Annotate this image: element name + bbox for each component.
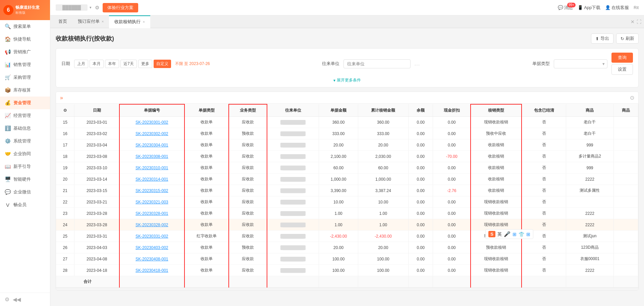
- cell-doc-no: SK-20230403-002: [119, 242, 184, 253]
- cell-verified: 3,387.24: [358, 185, 409, 196]
- col-header-include-settled: 包含已结清: [522, 104, 566, 117]
- doc-no-link[interactable]: SK-20230331-002: [136, 234, 168, 239]
- doc-no-link[interactable]: SK-20230403-002: [136, 245, 168, 250]
- user-info[interactable]: Rit: [634, 5, 639, 10]
- data-table: ⊙ 日期 单据编号 单据类型 业务类型 往来单位 单据金额 累计核销金额 余额 …: [56, 104, 638, 288]
- doc-no-link[interactable]: SK-20230418-001: [136, 268, 168, 273]
- query-button[interactable]: 查询: [611, 53, 633, 63]
- voucher-type-select[interactable]: [554, 59, 607, 68]
- filter-expand-button[interactable]: ▾ 展开更多条件: [333, 77, 361, 83]
- solution-button[interactable]: 体验行业方案: [103, 3, 138, 12]
- topbar-actions: 💬 消息 99+ 📱 App下载 👤 在线客服 Rit: [558, 5, 639, 11]
- table-scroll-container[interactable]: ⊙ 日期 单据编号 单据类型 业务类型 往来单位 单据金额 累计核销金额 余额 …: [56, 104, 638, 288]
- sidebar-icon-collab: 🤝: [5, 151, 11, 157]
- date-more[interactable]: 更多: [138, 60, 152, 68]
- sidebar-item-guide[interactable]: 📖新手引导: [0, 160, 50, 173]
- tab-prepay-close[interactable]: ×: [102, 19, 104, 23]
- doc-no-link[interactable]: SK-20230328-002: [136, 223, 168, 227]
- tab-home[interactable]: 首页: [53, 16, 72, 28]
- table-horizontal-scrollbar[interactable]: [56, 288, 638, 290]
- cell-include-settled: 否: [522, 265, 566, 276]
- doc-no-link[interactable]: SK-20230408-001: [136, 257, 168, 261]
- sidebar-item-marketing[interactable]: 📢营销推广: [0, 46, 50, 58]
- date-this-year[interactable]: 本年: [105, 60, 119, 68]
- page-title: 收款核销执行(按收款): [56, 35, 114, 43]
- sidebar-label-marketing: 营销推广: [13, 49, 31, 55]
- doc-no-link[interactable]: SK-20230328-001: [136, 211, 168, 216]
- filter-dots[interactable]: ...: [415, 61, 420, 66]
- settings-button[interactable]: 设置: [611, 64, 633, 75]
- collapse-icon[interactable]: ◀◀: [13, 296, 21, 303]
- table-toolbar: » ⊙: [56, 92, 638, 104]
- sidebar-item-search[interactable]: 🔍搜索菜单: [0, 20, 50, 33]
- sidebar-item-operations[interactable]: 📈经营管理: [0, 109, 50, 122]
- sidebar-item-hardware[interactable]: 🖥️智能硬件: [0, 173, 50, 186]
- refresh-button[interactable]: ↻ 刷新: [616, 34, 639, 44]
- tab-receipt[interactable]: 收款核销执行 ×: [109, 15, 150, 28]
- export-button[interactable]: ⬆ 导出: [591, 34, 613, 44]
- sidebar-label-finance: 资金管理: [13, 100, 31, 106]
- cell-goods2: [613, 208, 638, 219]
- date-last-month[interactable]: 上月: [74, 60, 88, 68]
- tab-receipt-close[interactable]: ×: [143, 20, 145, 24]
- cell-no: 15: [56, 117, 74, 128]
- settings-icon[interactable]: ⚙: [5, 296, 9, 303]
- sidebar-label-guide: 新手引导: [13, 164, 31, 170]
- sidebar-item-finance[interactable]: 💰资金管理: [0, 97, 50, 109]
- tab-prepay-label: 预订应付单: [78, 18, 100, 24]
- cell-counterparty: ████████: [267, 128, 319, 139]
- tab-prepay[interactable]: 预订应付单 ×: [72, 16, 109, 28]
- sidebar-label-member: 畅会员: [13, 202, 26, 208]
- cell-verified: 100.00: [358, 253, 409, 265]
- cell-cash-discount: 0.00: [433, 174, 471, 185]
- sidebar-item-collab[interactable]: 🤝企业协同: [0, 147, 50, 160]
- doc-no-link[interactable]: SK-20230304-001: [136, 143, 168, 147]
- cell-doc-type: 收款单: [184, 128, 229, 139]
- cell-no: 23: [56, 208, 74, 219]
- cell-doc-no: SK-20230310-001: [119, 162, 184, 174]
- tab-close-all-icon[interactable]: ✕: [631, 19, 635, 24]
- sidebar-item-member[interactable]: V畅会员: [0, 198, 50, 211]
- topbar-dropdown-icon[interactable]: ▾: [90, 5, 92, 10]
- doc-no-link[interactable]: SK-20230310-001: [136, 166, 168, 170]
- cell-no: 26: [56, 242, 74, 253]
- cell-amount: 100.00: [319, 253, 358, 265]
- sidebar-item-system[interactable]: ⚙️系统管理: [0, 135, 50, 147]
- sidebar-item-basic[interactable]: ℹ️基础信息: [0, 122, 50, 135]
- cell-doc-no: SK-20230301-002: [119, 117, 184, 128]
- tab-maximize-icon[interactable]: ⛶: [637, 19, 641, 24]
- doc-no-link[interactable]: SK-20230315-002: [136, 188, 168, 193]
- doc-no-link[interactable]: SK-20230301-002: [136, 120, 168, 125]
- online-service-button[interactable]: 👤 在线客服: [605, 5, 629, 11]
- date-last-7days[interactable]: 近7天: [120, 60, 137, 68]
- cell-doc-type: 收款单: [184, 174, 229, 185]
- topbar-gear-icon[interactable]: ⚙: [95, 5, 99, 11]
- messages-button[interactable]: 💬 消息 99+: [558, 5, 573, 11]
- sidebar-label-system: 系统管理: [13, 138, 31, 144]
- doc-no-link[interactable]: SK-20230308-001: [136, 154, 168, 159]
- cell-balance: 0.00: [409, 128, 433, 139]
- sidebar-item-sales[interactable]: 📊销售管理: [0, 58, 50, 71]
- doc-no-link[interactable]: SK-20230302-002: [136, 131, 168, 136]
- sidebar-item-inventory[interactable]: 📦库存核算: [0, 84, 50, 97]
- table-row: 20 2023-03-14 SK-20230314-001 收款单 应收款 ██…: [56, 174, 638, 185]
- cell-counterparty: ████████: [267, 231, 319, 242]
- sidebar-item-purchase[interactable]: 🛒采购管理: [0, 71, 50, 84]
- cell-balance: 0.00: [409, 196, 433, 208]
- cell-date: 2023-03-31: [74, 231, 119, 242]
- doc-no-link[interactable]: SK-20230314-001: [136, 177, 168, 182]
- col-header-balance: 余额: [409, 104, 433, 117]
- online-service-label: 在线客服: [611, 5, 629, 11]
- sidebar-item-shortcuts[interactable]: 🏠快捷导航: [0, 33, 50, 46]
- date-this-month[interactable]: 本月: [90, 60, 104, 68]
- counterparty-input[interactable]: [343, 59, 411, 68]
- app-download-button[interactable]: 📱 App下载: [578, 5, 600, 11]
- date-custom[interactable]: 自定义: [154, 60, 171, 68]
- cell-counterparty: ████████: [267, 174, 319, 185]
- table-settings-icon[interactable]: ⊙: [630, 95, 634, 101]
- doc-no-link[interactable]: SK-20230321-003: [136, 200, 168, 204]
- table-expand-icon[interactable]: »: [60, 95, 63, 101]
- sidebar-item-wechat[interactable]: 💬企业微信: [0, 186, 50, 198]
- cell-amount: 333.00: [319, 128, 358, 139]
- cell-balance: 0.00: [409, 185, 433, 196]
